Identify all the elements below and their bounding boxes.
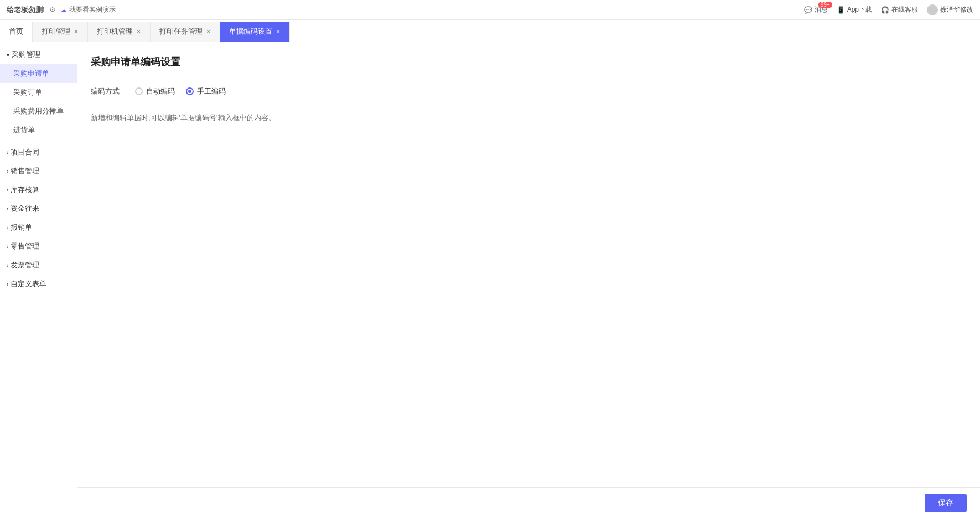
tab-printer-management[interactable]: 打印机管理 ✕	[88, 22, 151, 42]
cloud-icon: ☁	[60, 6, 67, 14]
tab-print-task[interactable]: 打印任务管理 ✕	[151, 22, 220, 42]
top-bar: 给老板勿删! ⚙ ☁ 我要看实例演示 💬 消息 99+ 📱 App下载 🎧 在线…	[0, 0, 980, 20]
radio-auto-label: 自动编码	[146, 86, 175, 96]
sidebar-item-purchase-expense[interactable]: 采购费用分摊单	[0, 102, 77, 121]
sidebar: ▾ 采购管理 采购申请单 采购订单 采购费用分摊单 进货单 › 项目合同 › 销…	[0, 42, 77, 518]
message-icon: 💬	[804, 6, 812, 14]
user-label: 徐泽华修改	[940, 5, 973, 14]
hint-text: 新增和编辑单据时,可以编辑'单据编码号'输入框中的内容。	[91, 112, 967, 124]
sidebar-section-purchase: ▾ 采购管理 采购申请单 采购订单 采购费用分摊单 进货单	[0, 42, 77, 143]
tab-print-management-label: 打印管理	[42, 27, 70, 37]
tab-close-print-task[interactable]: ✕	[206, 28, 211, 35]
radio-manual-circle	[186, 87, 194, 95]
sidebar-group-returns-label: 报销单	[11, 222, 32, 232]
tab-print-task-label: 打印任务管理	[159, 27, 203, 37]
tab-barcode-setting-label: 单据编码设置	[229, 27, 272, 37]
sidebar-group-project-contract[interactable]: › 项目合同	[0, 143, 77, 162]
sidebar-item-stock-in[interactable]: 进货单	[0, 121, 77, 139]
message-button[interactable]: 💬 消息 99+	[804, 5, 828, 14]
content-inner: 采购申请单编码设置 编码方式 自动编码 手工编码	[77, 42, 980, 487]
tab-home[interactable]: 首页	[0, 22, 33, 42]
sidebar-group-project-contract-label: 项目合同	[11, 147, 39, 157]
brand-label: 给老板勿删!	[7, 5, 45, 15]
sidebar-group-capital-label: 资金往来	[11, 204, 39, 214]
chevron-right-icon-capital: ›	[7, 206, 8, 212]
chevron-right-icon-invoice: ›	[7, 262, 8, 268]
sidebar-group-inventory[interactable]: › 库存核算	[0, 180, 77, 199]
sidebar-group-sales[interactable]: › 销售管理	[0, 162, 77, 180]
sidebar-group-invoice-label: 发票管理	[11, 260, 39, 270]
chevron-right-icon-custom: ›	[7, 281, 8, 287]
save-button[interactable]: 保存	[925, 494, 967, 512]
radio-manual-label: 手工编码	[197, 86, 226, 96]
sidebar-group-inventory-label: 库存核算	[11, 185, 39, 195]
sidebar-group-retail-label: 零售管理	[11, 241, 39, 251]
page-title: 采购申请单编码设置	[91, 55, 967, 69]
sidebar-group-capital[interactable]: › 资金往来	[0, 199, 77, 218]
tab-printer-management-label: 打印机管理	[97, 27, 133, 37]
radio-auto-circle	[135, 87, 143, 95]
form-section: 编码方式 自动编码 手工编码 新增和编辑单据时,可以编辑'单据编码号'输入框中的…	[91, 80, 967, 124]
tab-close-barcode-setting[interactable]: ✕	[276, 28, 281, 35]
chevron-right-icon-sales: ›	[7, 168, 8, 174]
chevron-right-icon-retail: ›	[7, 244, 8, 250]
tab-home-label: 首页	[9, 27, 23, 37]
sidebar-group-custom-form-label: 自定义表单	[11, 279, 46, 289]
encoding-label: 编码方式	[91, 86, 135, 96]
sidebar-group-invoice[interactable]: › 发票管理	[0, 256, 77, 274]
message-badge: 99+	[818, 2, 832, 8]
tab-barcode-setting[interactable]: 单据编码设置 ✕	[220, 22, 290, 42]
radio-auto-encoding[interactable]: 自动编码	[135, 86, 175, 96]
sidebar-group-purchase-label: 采购管理	[12, 50, 40, 60]
chevron-right-icon-inventory: ›	[7, 187, 8, 193]
sidebar-group-returns[interactable]: › 报销单	[0, 218, 77, 237]
app-download-label: App下载	[847, 5, 872, 14]
headset-icon: 🎧	[881, 6, 889, 14]
main-layout: ▾ 采购管理 采购申请单 采购订单 采购费用分摊单 进货单 › 项目合同 › 销…	[0, 42, 980, 518]
settings-icon[interactable]: ⚙	[49, 6, 56, 14]
user-menu[interactable]: 徐泽华修改	[927, 4, 973, 15]
tab-close-print-management[interactable]: ✕	[74, 28, 79, 35]
avatar-icon	[927, 4, 938, 15]
encoding-row: 编码方式 自动编码 手工编码	[91, 80, 967, 103]
demo-link[interactable]: ☁ 我要看实例演示	[60, 5, 116, 14]
sidebar-item-purchase-request[interactable]: 采购申请单	[0, 64, 77, 83]
demo-label: 我要看实例演示	[69, 5, 116, 14]
sidebar-group-purchase[interactable]: ▾ 采购管理	[0, 45, 77, 64]
top-bar-left: 给老板勿删! ⚙ ☁ 我要看实例演示	[7, 5, 116, 15]
tab-bar: 首页 打印管理 ✕ 打印机管理 ✕ 打印任务管理 ✕ 单据编码设置 ✕	[0, 20, 980, 42]
sidebar-group-custom-form[interactable]: › 自定义表单	[0, 274, 77, 293]
sidebar-group-sales-label: 销售管理	[11, 166, 39, 176]
sidebar-item-purchase-order[interactable]: 采购订单	[0, 83, 77, 102]
sidebar-group-retail[interactable]: › 零售管理	[0, 237, 77, 256]
chevron-down-icon: ▾	[7, 52, 9, 58]
chevron-right-icon: ›	[7, 149, 8, 156]
chevron-right-icon-returns: ›	[7, 225, 8, 231]
content-footer: 保存	[77, 487, 980, 518]
tab-close-printer-management[interactable]: ✕	[136, 28, 141, 35]
tab-print-management[interactable]: 打印管理 ✕	[33, 22, 88, 42]
top-bar-right: 💬 消息 99+ 📱 App下载 🎧 在线客服 徐泽华修改	[804, 4, 973, 15]
online-service-label: 在线客服	[891, 5, 918, 14]
radio-manual-encoding[interactable]: 手工编码	[186, 86, 226, 96]
radio-group-encoding: 自动编码 手工编码	[135, 86, 226, 96]
phone-icon: 📱	[837, 6, 845, 14]
content-area: 采购申请单编码设置 编码方式 自动编码 手工编码	[77, 42, 980, 518]
online-service-button[interactable]: 🎧 在线客服	[881, 5, 918, 14]
app-download-button[interactable]: 📱 App下载	[837, 5, 872, 14]
